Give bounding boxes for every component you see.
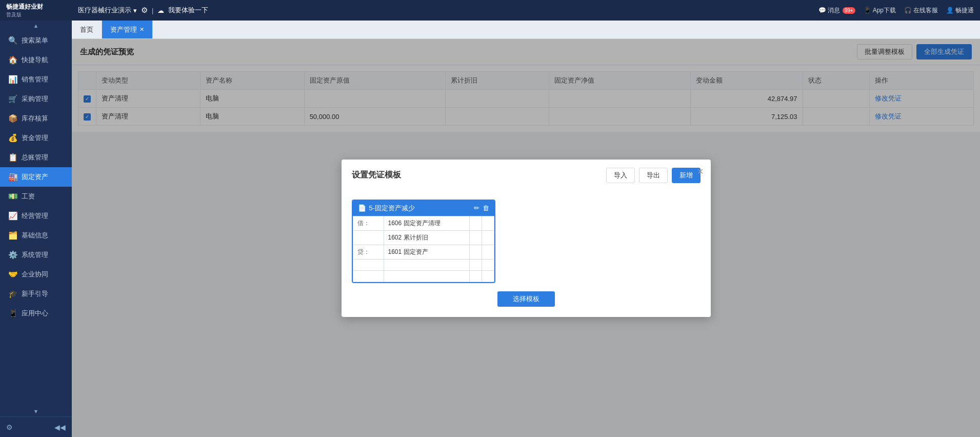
sidebar-label-finance: 资金管理	[22, 133, 48, 143]
service-label: 在线客服	[913, 6, 938, 15]
export-btn[interactable]: 导出	[639, 168, 668, 183]
template-card[interactable]: 📄 5-固定资产减少 ✏ 🗑 借： 1606 固定资产清理	[352, 200, 495, 283]
sidebar-label-apps: 应用中心	[22, 309, 48, 318]
template-col1-3	[469, 259, 482, 270]
sidebar-icon-quicknav: 🏠	[8, 55, 17, 65]
settings-icon[interactable]: ⚙	[141, 6, 148, 15]
template-col2-1	[482, 230, 494, 245]
template-side-1	[353, 230, 384, 245]
sidebar-item-ledger[interactable]: 📋总账管理	[0, 148, 72, 167]
app-icon: 📱	[864, 7, 871, 14]
sidebar-scroll-down[interactable]: ▼	[0, 406, 72, 416]
sidebar-label-purchase: 采购管理	[22, 94, 48, 104]
modal-body: 📄 5-固定资产减少 ✏ 🗑 借： 1606 固定资产清理	[342, 189, 711, 317]
sidebar-icon-fixed: 🏭	[8, 172, 17, 182]
user-avatar-icon: 👤	[946, 7, 954, 14]
template-table: 借： 1606 固定资产清理 1602 累计折旧 贷： 1601 固定资产	[353, 216, 494, 282]
message-btn[interactable]: 💬 消息 99+	[818, 6, 855, 15]
message-icon: 💬	[818, 7, 826, 14]
new-btn[interactable]: 新增	[672, 168, 701, 183]
sidebar-item-apps[interactable]: 📱应用中心	[0, 304, 72, 323]
template-card-header: 📄 5-固定资产减少 ✏ 🗑	[353, 201, 494, 216]
sidebar-item-salary[interactable]: 💵工资	[0, 187, 72, 206]
company-name: 医疗器械行业演示	[78, 6, 131, 15]
template-row-0: 借： 1606 固定资产清理	[353, 216, 494, 230]
sidebar-icon-apps: 📱	[8, 309, 17, 318]
template-col1-2	[469, 245, 482, 259]
import-btn[interactable]: 导入	[606, 168, 635, 183]
template-account-4	[384, 270, 469, 282]
trial-label[interactable]: 我要体验一下	[168, 6, 208, 15]
sidebar-icon-system: ⚙️	[8, 250, 17, 260]
sidebar-item-collab[interactable]: 🤝企业协同	[0, 265, 72, 284]
template-row-4	[353, 270, 494, 282]
service-btn[interactable]: 🎧 在线客服	[904, 6, 938, 15]
sidebar-label-ledger: 总账管理	[22, 153, 48, 162]
company-dropdown-icon: ▾	[133, 7, 137, 14]
tab-label-asset-mgmt: 资产管理	[110, 25, 137, 34]
sidebar-icon-finance: 💰	[8, 133, 17, 143]
sidebar-item-ops[interactable]: 📈经营管理	[0, 206, 72, 226]
template-row-1: 1602 累计折旧	[353, 230, 494, 245]
user-btn[interactable]: 👤 畅捷通	[946, 6, 974, 15]
sidebar-item-sales[interactable]: 📊销售管理	[0, 70, 72, 89]
template-doc-icon: 📄	[358, 204, 366, 212]
tabbar: 首页资产管理✕	[72, 21, 980, 39]
template-col2-2	[482, 245, 494, 259]
sidebar-icon-salary: 💵	[8, 192, 17, 201]
sidebar-item-quicknav[interactable]: 🏠快捷导航	[0, 50, 72, 70]
template-delete-icon[interactable]: 🗑	[483, 204, 489, 212]
sidebar-settings-btn[interactable]: ⚙	[6, 423, 13, 431]
template-name: 5-固定资产减少	[369, 204, 415, 213]
message-badge: 99+	[843, 7, 855, 14]
app-download-btn[interactable]: 📱 App下载	[864, 6, 896, 15]
sidebar-label-base: 基础信息	[22, 231, 48, 240]
modal-dialog: 设置凭证模板 导入 导出 新增 ✕ 📄 5-固定资产减少	[342, 160, 711, 317]
app-label: App下载	[873, 6, 896, 15]
sidebar-item-base[interactable]: 🗂️基础信息	[0, 226, 72, 245]
tab-close-asset-mgmt[interactable]: ✕	[139, 26, 144, 33]
sidebar: ▲ 🔍搜索菜单🏠快捷导航📊销售管理🛒采购管理📦库存核算💰资金管理📋总账管理🏭固定…	[0, 21, 72, 437]
sidebar-item-system[interactable]: ⚙️系统管理	[0, 245, 72, 265]
sidebar-label-system: 系统管理	[22, 250, 48, 260]
template-body: 借： 1606 固定资产清理 1602 累计折旧 贷： 1601 固定资产	[353, 216, 494, 282]
sidebar-icon-base: 🗂️	[8, 231, 17, 240]
sidebar-item-finance[interactable]: 💰资金管理	[0, 128, 72, 148]
template-edit-icon[interactable]: ✏	[474, 204, 479, 212]
topbar-right: 💬 消息 99+ 📱 App下载 🎧 在线客服 👤 畅捷通	[818, 6, 974, 15]
modal-header: 设置凭证模板 导入 导出 新增 ✕	[342, 160, 711, 189]
tab-home[interactable]: 首页	[72, 21, 102, 38]
select-template-btn[interactable]: 选择模板	[497, 291, 555, 307]
template-side-0: 借：	[353, 216, 384, 230]
sidebar-item-inventory[interactable]: 📦库存核算	[0, 109, 72, 128]
sidebar-label-guide: 新手引导	[22, 289, 48, 299]
template-card-actions: ✏ 🗑	[474, 204, 489, 212]
sidebar-item-purchase[interactable]: 🛒采购管理	[0, 89, 72, 109]
sidebar-icon-ledger: 📋	[8, 153, 17, 162]
sidebar-item-guide[interactable]: 🎓新手引导	[0, 284, 72, 304]
sidebar-menu: 🔍搜索菜单🏠快捷导航📊销售管理🛒采购管理📦库存核算💰资金管理📋总账管理🏭固定资产…	[0, 31, 72, 406]
template-row-2: 贷： 1601 固定资产	[353, 245, 494, 259]
sidebar-item-search[interactable]: 🔍搜索菜单	[0, 31, 72, 50]
message-label: 消息	[828, 6, 840, 15]
sidebar-icon-collab: 🤝	[8, 270, 17, 279]
sidebar-item-fixed[interactable]: 🏭固定资产	[0, 167, 72, 187]
sidebar-label-fixed: 固定资产	[22, 172, 48, 182]
logo-text: 畅捷通好业财	[6, 3, 78, 11]
logo: 畅捷通好业财 普及版	[6, 3, 78, 18]
template-account-3	[384, 259, 469, 270]
sidebar-label-search: 搜索菜单	[22, 36, 48, 45]
modal-overlay: 设置凭证模板 导入 导出 新增 ✕ 📄 5-固定资产减少	[72, 39, 980, 437]
template-side-2: 贷：	[353, 245, 384, 259]
sidebar-label-sales: 销售管理	[22, 75, 48, 84]
template-account-1: 1602 累计折旧	[384, 230, 469, 245]
tab-asset-mgmt[interactable]: 资产管理✕	[102, 21, 153, 38]
topbar-center: 医疗器械行业演示 ▾ ⚙ | ☁ 我要体验一下	[78, 6, 818, 15]
company-selector[interactable]: 医疗器械行业演示 ▾	[78, 6, 137, 15]
sidebar-scroll-up[interactable]: ▲	[0, 21, 72, 31]
content-area: 生成的凭证预览 批量调整模板 全部生成凭证 变动类型 资产名称 固定资产原值 累…	[72, 39, 980, 437]
template-col1-1	[469, 230, 482, 245]
sidebar-collapse-btn[interactable]: ◀◀	[54, 423, 66, 431]
modal-close-btn[interactable]: ✕	[697, 167, 704, 176]
sidebar-label-collab: 企业协同	[22, 270, 48, 279]
